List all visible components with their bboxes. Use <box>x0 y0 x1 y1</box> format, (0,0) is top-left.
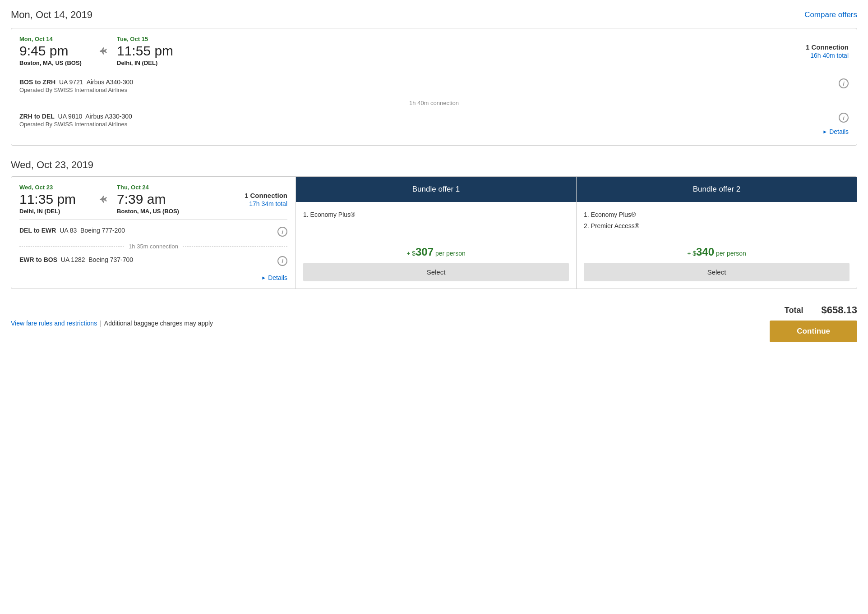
flight2-top-row: Wed, Oct 23 11:35 pm Delhi, IN (DEL) Thu… <box>19 184 287 215</box>
total-row: Total $658.13 <box>785 304 857 316</box>
flight1-leg1-details: BOS to ZRH UA 9721 Airbus A340-300 Opera… <box>19 78 133 93</box>
bundle2-feature1: 1. Economy Plus® <box>584 209 850 220</box>
flight2-arrival-date: Thu, Oct 24 <box>117 184 189 191</box>
flight1-departure-city: Boston, MA, US (BOS) <box>19 60 92 66</box>
page-header: Mon, Oct 14, 2019 Compare offers <box>11 9 857 21</box>
flight1-leg2-flight: UA 9810 <box>58 113 83 120</box>
flight1-card: Mon, Oct 14 9:45 pm Boston, MA, US (BOS)… <box>11 28 857 146</box>
flight1-top-row: Mon, Oct 14 9:45 pm Boston, MA, US (BOS)… <box>19 36 849 66</box>
total-amount: $658.13 <box>821 304 857 316</box>
flight2-section-header: Wed, Oct 23, 2019 <box>11 159 857 171</box>
connection-line-left-2 <box>19 246 124 247</box>
bundle1-price-area: + $307 per person <box>296 240 576 258</box>
flight1-arrival-time: 11:55 pm <box>117 43 189 58</box>
flight2-leg1-info-icon[interactable]: i <box>277 227 287 237</box>
flight2-leg1-flight: UA 83 <box>60 227 77 234</box>
flight1-total-time: 16h 40m total <box>806 52 849 59</box>
total-label: Total <box>785 306 803 315</box>
flight1-leg2-details: ZRH to DEL UA 9810 Airbus A330-300 Opera… <box>19 113 132 128</box>
bundle1-features: 1. Economy Plus® <box>296 202 576 240</box>
bundle-panels: Bundle offer 1 1. Economy Plus® + $307 p… <box>295 177 857 289</box>
flight1-arrival-city: Delhi, IN (DEL) <box>117 60 189 66</box>
bundle2-price-suffix: per person <box>714 250 746 257</box>
bundle2-price: + $340 per person <box>584 246 850 258</box>
flight1-details-link[interactable]: ► Details <box>822 125 849 135</box>
flight2-arrival-time: 7:39 am <box>117 192 189 206</box>
flight2-card: Wed, Oct 23 11:35 pm Delhi, IN (DEL) Thu… <box>11 176 857 289</box>
flight1-connection-block: 1 Connection 16h 40m total <box>806 43 849 59</box>
flight1-leg1-info-icon[interactable]: i <box>839 78 849 88</box>
flight1-leg1: BOS to ZRH UA 9721 Airbus A340-300 Opera… <box>19 76 849 96</box>
connection-line-left <box>19 103 405 103</box>
flight2-departure-date: Wed, Oct 23 <box>19 184 92 191</box>
bundle2-select-button[interactable]: Select <box>584 263 850 281</box>
flight1-leg1-operator: Operated By SWISS International Airlines <box>19 87 133 93</box>
flight1-connections: 1 Connection <box>806 43 849 51</box>
flight1-leg1-route: BOS to ZRH <box>19 78 55 86</box>
total-area: Total $658.13 Continue <box>770 304 857 342</box>
pipe-separator: | <box>100 320 102 327</box>
flight1-leg2-aircraft: Airbus A330-300 <box>85 113 132 120</box>
bundle2-feature2: 2. Premier Access® <box>584 220 850 232</box>
flight2-leg2-details: EWR to BOS UA 1282 Boeing 737-700 <box>19 256 133 263</box>
flight1-info: Mon, Oct 14 9:45 pm Boston, MA, US (BOS)… <box>11 28 857 145</box>
flight2-arrival-city: Boston, MA, US (BOS) <box>117 208 189 215</box>
plane-icon-2 <box>92 194 117 205</box>
flight1-departure-date: Mon, Oct 14 <box>19 36 92 42</box>
bundle1-price: + $307 per person <box>303 246 569 258</box>
connection-line-right <box>463 103 849 103</box>
fare-rules-link[interactable]: View fare rules and restrictions <box>11 320 97 327</box>
plane-icon <box>92 46 117 56</box>
bundle2-price-prefix: + $ <box>687 250 696 257</box>
flight2-connection-row: 1h 35m connection <box>19 243 287 250</box>
flight2-total-time: 17h 34m total <box>245 200 287 207</box>
flight1-leg1-aircraft: Airbus A340-300 <box>87 78 134 86</box>
flight1-departure-time: 9:45 pm <box>19 43 92 58</box>
bundle1-price-prefix: + $ <box>406 250 416 257</box>
divider1 <box>19 71 849 71</box>
details-arrow-icon: ► <box>822 129 827 134</box>
compare-offers-link[interactable]: Compare offers <box>804 10 857 19</box>
flight2-connections: 1 Connection <box>245 192 287 199</box>
divider2 <box>19 219 287 220</box>
flight2-leg1-aircraft: Boeing 777-200 <box>80 227 125 234</box>
bundle-panel-1: Bundle offer 1 1. Economy Plus® + $307 p… <box>295 177 576 289</box>
flight2-leg2-flight: UA 1282 <box>61 256 85 263</box>
flight1-connection-time: 1h 40m connection <box>405 100 463 106</box>
details-arrow-icon-2: ► <box>261 275 266 280</box>
flight1-leg2-info-icon[interactable]: i <box>839 113 849 123</box>
flight2-date-heading: Wed, Oct 23, 2019 <box>11 159 857 171</box>
flight2-connection-block: 1 Connection 17h 34m total <box>245 192 287 207</box>
bundle1-header: Bundle offer 1 <box>296 177 576 202</box>
flight1-leg2: ZRH to DEL UA 9810 Airbus A330-300 Opera… <box>19 110 849 138</box>
flight2-departure-time: 11:35 pm <box>19 192 92 206</box>
bundle1-select-button[interactable]: Select <box>303 263 569 281</box>
baggage-notice: Additional baggage charges may apply <box>104 320 213 327</box>
flight2-connection-time: 1h 35m connection <box>124 243 183 250</box>
flight2-leg1: DEL to EWR UA 83 Boeing 777-200 i <box>19 224 287 239</box>
flight2-arrival: Thu, Oct 24 7:39 am Boston, MA, US (BOS) <box>117 184 189 215</box>
flight2-leg1-route: DEL to EWR <box>19 227 56 234</box>
flight2-main: Wed, Oct 23 11:35 pm Delhi, IN (DEL) Thu… <box>11 177 857 289</box>
bundle1-feature1: 1. Economy Plus® <box>303 209 569 220</box>
flight2-leg2-aircraft: Boeing 737-700 <box>88 256 133 263</box>
flight2-leg1-details: DEL to EWR UA 83 Boeing 777-200 <box>19 227 125 234</box>
flight2-leg2-info-icon[interactable]: i <box>277 256 287 266</box>
bundle-panel-2: Bundle offer 2 1. Economy Plus® 2. Premi… <box>576 177 857 289</box>
connection-line-right-2 <box>183 246 287 247</box>
flight2-info: Wed, Oct 23 11:35 pm Delhi, IN (DEL) Thu… <box>11 177 295 289</box>
flight2-departure-city: Delhi, IN (DEL) <box>19 208 92 215</box>
flight1-date-heading: Mon, Oct 14, 2019 <box>11 9 92 21</box>
flight1-connection-row: 1h 40m connection <box>19 100 849 106</box>
flight2-section: Wed, Oct 23, 2019 Wed, Oct 23 11:35 pm D… <box>11 159 857 289</box>
flight1-leg1-flight: UA 9721 <box>59 78 83 86</box>
bundle1-price-amount: 307 <box>416 246 434 258</box>
flight1-section: Mon, Oct 14 9:45 pm Boston, MA, US (BOS)… <box>11 28 857 146</box>
flight1-departure: Mon, Oct 14 9:45 pm Boston, MA, US (BOS) <box>19 36 92 66</box>
continue-button[interactable]: Continue <box>770 321 857 342</box>
flight2-departure: Wed, Oct 23 11:35 pm Delhi, IN (DEL) <box>19 184 92 215</box>
flight2-details-link[interactable]: ► Details <box>19 271 287 281</box>
flight2-leg2: EWR to BOS UA 1282 Boeing 737-700 i <box>19 253 287 269</box>
bundle1-price-suffix: per person <box>434 250 466 257</box>
bottom-links: View fare rules and restrictions | Addit… <box>11 320 213 327</box>
